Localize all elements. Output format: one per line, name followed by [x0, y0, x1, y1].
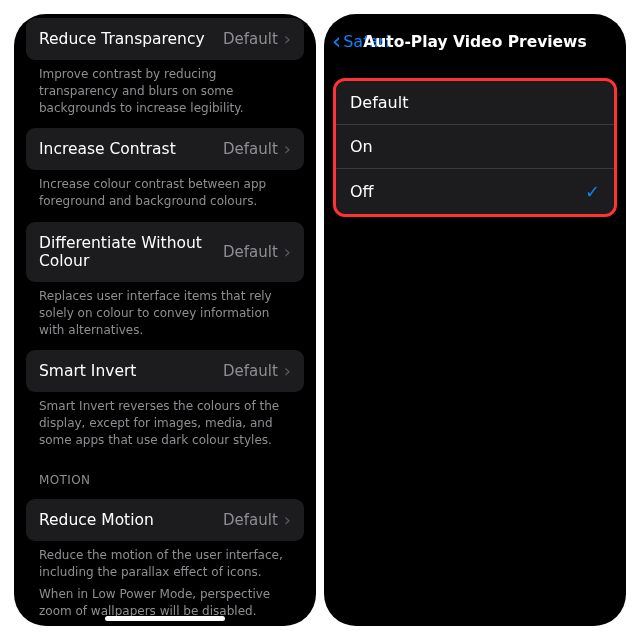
chevron-right-icon: ›: [284, 511, 291, 529]
chevron-right-icon: ›: [284, 30, 291, 48]
row-value: Default: [223, 511, 278, 529]
autoplay-options-screen: ‹ Safari Auto-Play Video Previews Defaul…: [324, 14, 626, 626]
chevron-right-icon: ›: [284, 362, 291, 380]
option-label: On: [350, 137, 373, 156]
row-desc: Improve contrast by reducing transparenc…: [26, 60, 304, 118]
row-smart-invert[interactable]: Smart Invert Default ›: [26, 350, 304, 392]
row-title: Increase Contrast: [39, 140, 176, 158]
autoplay-options-group: Default On Off ✓: [336, 81, 614, 214]
row-title: Smart Invert: [39, 362, 136, 380]
settings-display-screen: Reduce Transparency Default › Improve co…: [14, 14, 316, 626]
row-value: Default: [223, 30, 278, 48]
row-value: Default: [223, 243, 278, 261]
option-label: Default: [350, 93, 408, 112]
chevron-right-icon: ›: [284, 243, 291, 261]
row-value: Default: [223, 140, 278, 158]
option-on[interactable]: On: [336, 124, 614, 168]
nav-bar: ‹ Safari Auto-Play Video Previews: [324, 14, 626, 63]
row-increase-contrast[interactable]: Increase Contrast Default ›: [26, 128, 304, 170]
section-header-motion: MOTION: [26, 451, 304, 489]
row-value: Default: [223, 362, 278, 380]
row-differentiate-without-colour[interactable]: Differentiate Without Colour Default ›: [26, 222, 304, 282]
back-button[interactable]: ‹ Safari: [332, 30, 390, 53]
settings-list: Reduce Transparency Default › Improve co…: [14, 18, 316, 626]
row-desc: Increase colour contrast between app for…: [26, 170, 304, 212]
row-title: Differentiate Without Colour: [39, 234, 223, 270]
row-title: Reduce Transparency: [39, 30, 205, 48]
checkmark-icon: ✓: [585, 181, 600, 202]
option-off[interactable]: Off ✓: [336, 168, 614, 214]
row-desc: Replaces user interface items that rely …: [26, 282, 304, 340]
row-reduce-transparency[interactable]: Reduce Transparency Default ›: [26, 18, 304, 60]
option-label: Off: [350, 182, 374, 201]
row-desc: Reduce the motion of the user interface,…: [26, 541, 304, 583]
chevron-right-icon: ›: [284, 140, 291, 158]
option-default[interactable]: Default: [336, 81, 614, 124]
back-label: Safari: [343, 32, 389, 51]
home-indicator[interactable]: [105, 616, 225, 621]
chevron-left-icon: ‹: [332, 30, 341, 53]
row-desc: Smart Invert reverses the colours of the…: [26, 392, 304, 450]
row-title: Reduce Motion: [39, 511, 154, 529]
row-reduce-motion[interactable]: Reduce Motion Default ›: [26, 499, 304, 541]
